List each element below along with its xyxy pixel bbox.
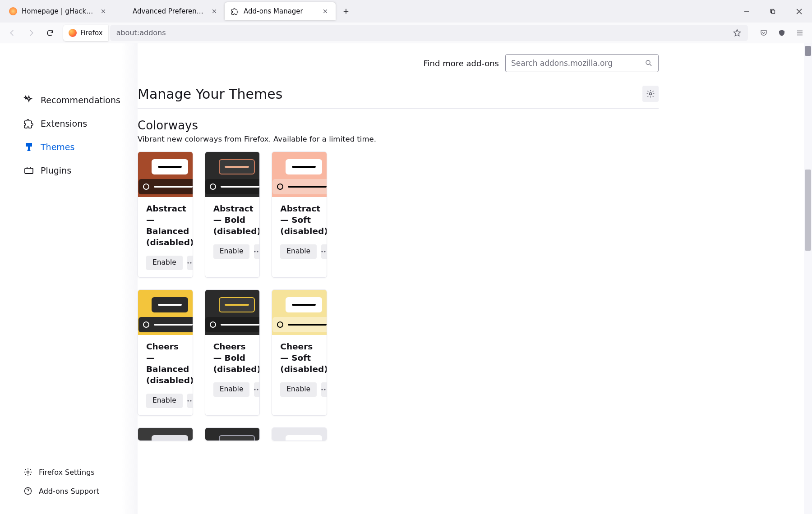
url-text: about:addons (116, 28, 733, 37)
ellipsis-icon (254, 251, 260, 252)
more-options-button[interactable] (254, 382, 260, 397)
theme-name: Cheers — Bold (disabled) (213, 341, 252, 375)
bookmark-star-icon[interactable] (733, 28, 742, 37)
theme-preview (138, 428, 193, 441)
theme-name: Abstract — Balanced (disabled) (146, 203, 185, 248)
tab-title: Advanced Preferences (133, 7, 206, 15)
addons-search-input[interactable]: Search addons.mozilla.org (505, 54, 659, 72)
sparkle-icon (23, 95, 34, 106)
sidebar-item-themes[interactable]: Themes (23, 135, 138, 159)
theme-name: Cheers — Soft (disabled) (280, 341, 318, 375)
theme-card: Abstract — Bold (disabled) Enable (205, 151, 260, 278)
new-tab-button[interactable] (338, 4, 354, 19)
enable-button[interactable]: Enable (146, 394, 183, 408)
back-button[interactable] (4, 24, 21, 41)
enable-button[interactable]: Enable (213, 244, 250, 259)
tab-ghacks[interactable]: Homepage | gHacks Technology (3, 2, 114, 20)
close-icon[interactable] (321, 7, 329, 15)
ellipsis-icon (321, 251, 327, 252)
tab-preferences[interactable]: Advanced Preferences (114, 2, 225, 20)
svg-point-3 (27, 471, 29, 473)
themes-settings-button[interactable] (642, 86, 659, 102)
nav-toolbar: Firefox about:addons (0, 23, 812, 43)
section-subtitle: Vibrant new colorways from Firefox. Avai… (138, 135, 812, 151)
puzzle-icon (231, 7, 239, 15)
main-content: Find more add-ons Search addons.mozilla.… (138, 43, 812, 514)
firefox-icon (69, 29, 77, 37)
brick-icon (23, 165, 34, 176)
svg-point-19 (254, 389, 256, 390)
minimize-button[interactable] (734, 0, 760, 23)
sidebar-item-extensions[interactable]: Extensions (23, 112, 138, 135)
sidebar-firefox-settings[interactable]: Firefox Settings (23, 463, 138, 482)
vertical-scrollbar[interactable] (804, 43, 812, 514)
pocket-button[interactable] (755, 24, 772, 41)
sidebar-item-plugins[interactable]: Plugins (23, 159, 138, 182)
addons-sidebar: Recommendations Extensions Themes Plugin… (0, 43, 138, 514)
sidebar-addons-support[interactable]: Add-ons Support (23, 482, 138, 500)
app-menu-button[interactable] (791, 24, 808, 41)
theme-name: Abstract — Bold (disabled) (213, 203, 252, 237)
theme-card: Abstract — Balanced (disabled) Enable (138, 151, 193, 278)
sidebar-item-label: Themes (41, 142, 74, 152)
maximize-button[interactable] (760, 0, 786, 23)
svg-point-14 (324, 251, 326, 252)
enable-button[interactable]: Enable (213, 382, 250, 397)
ublock-shield-icon[interactable] (773, 24, 790, 41)
paintbrush-icon (23, 142, 34, 152)
svg-rect-1 (772, 10, 775, 14)
svg-point-22 (322, 389, 323, 390)
url-bar[interactable]: about:addons (110, 25, 748, 41)
ellipsis-icon (254, 389, 260, 390)
reload-button[interactable] (42, 24, 59, 41)
svg-point-6 (650, 93, 652, 95)
svg-point-8 (190, 262, 191, 263)
gear-icon (23, 468, 32, 477)
svg-rect-2 (25, 168, 33, 174)
ghacks-favicon-icon (9, 7, 17, 15)
close-window-button[interactable] (786, 0, 812, 23)
enable-button[interactable]: Enable (280, 382, 317, 397)
site-identity[interactable]: Firefox (63, 25, 108, 41)
theme-card (138, 427, 193, 441)
sidebar-item-label: Extensions (41, 119, 87, 128)
theme-preview (272, 290, 327, 335)
theme-name: Abstract — Soft (disabled) (280, 203, 318, 237)
theme-grid: Abstract — Balanced (disabled) Enable (138, 151, 480, 441)
tab-title: Add-ons Manager (244, 7, 317, 15)
svg-point-5 (646, 60, 650, 64)
footer-label: Add-ons Support (39, 487, 99, 496)
sidebar-item-recommendations[interactable]: Recommendations (23, 88, 138, 112)
scroll-up-button[interactable] (805, 46, 811, 56)
svg-point-10 (254, 251, 256, 252)
theme-card: Cheers — Bold (disabled) Enable (205, 289, 260, 416)
theme-preview (272, 152, 327, 197)
svg-point-11 (257, 251, 258, 252)
sidebar-item-label: Plugins (41, 165, 71, 175)
theme-preview (205, 152, 260, 197)
svg-point-16 (187, 400, 189, 401)
more-options-button[interactable] (321, 382, 327, 397)
close-icon[interactable] (210, 7, 218, 15)
enable-button[interactable]: Enable (146, 256, 183, 270)
svg-point-7 (187, 262, 189, 263)
gear-icon (646, 89, 655, 98)
enable-button[interactable]: Enable (280, 244, 317, 259)
scroll-thumb[interactable] (805, 170, 811, 251)
forward-button[interactable] (23, 24, 40, 41)
close-icon[interactable] (99, 7, 107, 15)
theme-preview (205, 428, 260, 441)
theme-preview (138, 152, 193, 197)
theme-card (272, 427, 327, 441)
find-more-label: Find more add-ons (424, 59, 499, 68)
theme-preview (272, 428, 327, 441)
more-options-button[interactable] (187, 394, 193, 408)
sidebar-item-label: Recommendations (41, 95, 120, 105)
puzzle-icon (23, 118, 34, 129)
more-options-button[interactable] (187, 256, 193, 270)
tab-addons[interactable]: Add-ons Manager (225, 2, 336, 20)
more-options-button[interactable] (321, 244, 327, 259)
search-icon (645, 59, 653, 67)
footer-label: Firefox Settings (39, 468, 95, 477)
more-options-button[interactable] (254, 244, 260, 259)
